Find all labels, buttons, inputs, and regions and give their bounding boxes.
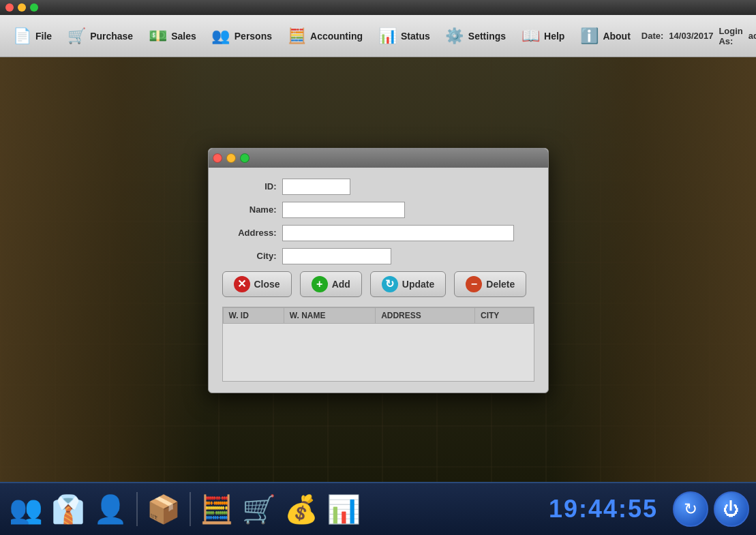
- title-bar: [0, 0, 756, 15]
- shelf-right: [551, 57, 756, 483]
- file-icon: 📄: [11, 25, 33, 47]
- add-btn-label: Add: [332, 279, 350, 290]
- taskbar-cube[interactable]: 📦: [145, 490, 183, 528]
- dialog-minimize-btn[interactable]: [226, 153, 236, 163]
- id-label: ID:: [222, 181, 277, 192]
- menu-status[interactable]: 📊 Status: [371, 22, 436, 50]
- id-input[interactable]: [282, 179, 350, 195]
- warehouse-table: W. ID W. NAME ADDRESS CITY: [223, 307, 534, 324]
- power-button[interactable]: ⏻: [714, 491, 749, 527]
- menu-about[interactable]: ℹ️ About: [573, 22, 635, 50]
- purchase-icon: 🛒: [65, 25, 87, 47]
- update-btn-label: Update: [402, 279, 434, 290]
- window-maximize-btn[interactable]: [30, 3, 38, 12]
- col-wname: W. NAME: [284, 307, 375, 323]
- taskbar-dollar[interactable]: 💰: [282, 490, 320, 528]
- add-btn-icon: +: [312, 276, 328, 292]
- taskbar-clock: 19:44:55: [549, 495, 658, 523]
- taskbar-sep1: [136, 492, 138, 526]
- accounting-icon: 🧮: [286, 25, 307, 47]
- menu-sales-label: Sales: [171, 31, 196, 42]
- delete-btn-icon: −: [466, 276, 482, 292]
- name-row: Name:: [222, 202, 534, 218]
- menu-settings-label: Settings: [468, 31, 506, 42]
- city-label: City:: [222, 251, 277, 261]
- table-wrapper[interactable]: W. ID W. NAME ADDRESS CITY: [222, 307, 534, 382]
- dialog-titlebar: [209, 149, 548, 168]
- city-input[interactable]: [282, 248, 391, 264]
- taskbar-right-buttons: ↻ ⏻: [673, 491, 749, 527]
- cube-icon: 📦: [147, 493, 181, 525]
- address-row: Address:: [222, 225, 534, 241]
- col-city: CITY: [475, 307, 533, 323]
- taskbar-users-group[interactable]: 👥: [7, 490, 45, 528]
- taskbar-calculator[interactable]: 🧮: [198, 490, 236, 528]
- delete-btn-label: Delete: [486, 279, 515, 290]
- menu-purchase[interactable]: 🛒 Purchase: [60, 22, 138, 50]
- add-button[interactable]: + Add: [300, 271, 362, 297]
- login-label: Login As:: [719, 26, 742, 46]
- menu-persons-label: Persons: [235, 31, 272, 42]
- menu-bar: 📄 File 🛒 Purchase 💵 Sales 👥 Persons 🧮 Ac…: [0, 15, 756, 57]
- help-icon: 📖: [519, 25, 541, 47]
- menu-sales[interactable]: 💵 Sales: [141, 22, 202, 50]
- name-input[interactable]: [282, 202, 405, 218]
- menu-file[interactable]: 📄 File: [5, 22, 57, 50]
- update-button[interactable]: ↻ Update: [370, 271, 446, 297]
- refresh-button[interactable]: ↻: [673, 491, 708, 527]
- window-close-btn[interactable]: [5, 3, 14, 12]
- delete-button[interactable]: − Delete: [454, 271, 526, 297]
- manager-icon: 👔: [51, 493, 85, 525]
- status-icon: 📊: [376, 25, 398, 47]
- menu-about-label: About: [603, 31, 630, 42]
- taskbar-staff[interactable]: 👤: [91, 490, 130, 528]
- dollar-icon: 💰: [284, 493, 318, 525]
- login-value: admin: [749, 31, 756, 41]
- chart-icon: 📊: [327, 493, 361, 525]
- col-address: ADDRESS: [376, 307, 475, 323]
- address-input[interactable]: [282, 225, 514, 241]
- update-btn-icon: ↻: [382, 276, 398, 292]
- users-group-icon: 👥: [9, 493, 43, 525]
- settings-icon: ⚙️: [444, 25, 466, 47]
- staff-icon: 👤: [93, 493, 127, 525]
- menu-file-label: File: [35, 31, 52, 42]
- name-label: Name:: [222, 204, 277, 215]
- address-label: Address:: [222, 228, 277, 238]
- persons-icon: 👥: [210, 25, 232, 47]
- col-wid: W. ID: [223, 307, 284, 323]
- taskbar: 👥 👔 👤 📦 🧮 🛒 💰 📊 19:44:55 ↻ ⏻: [0, 482, 756, 535]
- button-row: ✕ Close + Add ↻ Update − Delete: [222, 271, 534, 297]
- menu-status-label: Status: [401, 31, 430, 42]
- menu-purchase-label: Purchase: [90, 31, 133, 42]
- taskbar-chart[interactable]: 📊: [324, 490, 363, 528]
- menu-accounting[interactable]: 🧮 Accounting: [280, 22, 368, 50]
- close-btn-icon: ✕: [234, 276, 250, 292]
- about-icon: ℹ️: [578, 25, 600, 47]
- taskbar-sep2: [190, 492, 191, 526]
- cart-icon: 🛒: [242, 493, 276, 525]
- menu-persons[interactable]: 👥 Persons: [205, 22, 277, 50]
- menu-date-area: Date: 14/03/2017 Login As: admin: [641, 26, 756, 46]
- menu-help-label: Help: [544, 31, 564, 42]
- warehouse-dialog: ID: Name: Address: City: ✕: [208, 148, 549, 393]
- table-header-row: W. ID W. NAME ADDRESS CITY: [223, 307, 533, 323]
- dialog-close-btn[interactable]: [213, 153, 222, 163]
- sales-icon: 💵: [147, 25, 168, 47]
- taskbar-cart[interactable]: 🛒: [240, 490, 278, 528]
- window-minimize-btn[interactable]: [18, 3, 26, 12]
- date-value: 14/03/2017: [669, 31, 713, 41]
- shelf-left: [0, 57, 205, 483]
- close-button[interactable]: ✕ Close: [222, 271, 292, 297]
- menu-accounting-label: Accounting: [310, 31, 363, 42]
- calculator-icon: 🧮: [200, 493, 234, 525]
- dialog-maximize-btn[interactable]: [240, 153, 250, 163]
- dialog-body: ID: Name: Address: City: ✕: [209, 168, 548, 393]
- close-btn-label: Close: [254, 279, 280, 290]
- date-label: Date:: [641, 31, 664, 41]
- city-row: City:: [222, 248, 534, 264]
- id-row: ID:: [222, 179, 534, 195]
- taskbar-manager[interactable]: 👔: [49, 490, 87, 528]
- menu-help[interactable]: 📖 Help: [514, 22, 570, 50]
- menu-settings[interactable]: ⚙️ Settings: [438, 22, 511, 50]
